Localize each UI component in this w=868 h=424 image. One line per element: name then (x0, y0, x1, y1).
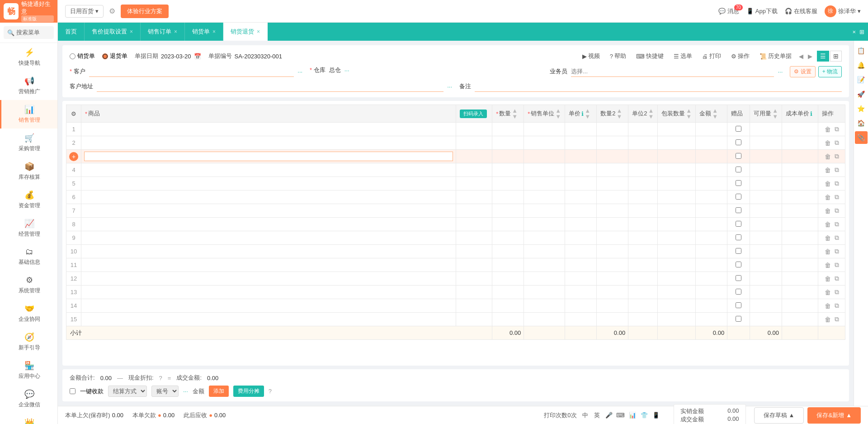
nav-selector[interactable]: 日用百货 ▾ (65, 5, 104, 18)
one-click-payment-checkbox[interactable] (70, 388, 75, 394)
row9-delete-btn[interactable]: 🗑 (824, 233, 832, 243)
t-icon-1[interactable]: 中 (580, 410, 590, 420)
row13-gift-checkbox[interactable] (736, 289, 741, 295)
row7-gift-checkbox[interactable] (736, 207, 741, 213)
row2-product[interactable] (81, 136, 456, 150)
t-icon-6[interactable]: 👕 (639, 410, 649, 420)
avail-sort-arrows[interactable]: ▲▼ (772, 108, 778, 119)
row4-qty2[interactable] (597, 163, 628, 177)
sidebar-system[interactable]: ⚙ 系统管理 (0, 271, 57, 299)
row3-delete-btn[interactable]: 🗑 (824, 152, 832, 161)
row13-copy-btn[interactable]: ⧉ (834, 287, 840, 297)
row15-delete-btn[interactable]: 🗑 (824, 315, 832, 324)
address-input[interactable] (97, 81, 443, 92)
shortcut-btn[interactable]: ⌨ 快捷键 (633, 51, 666, 62)
row14-gift-checkbox[interactable] (736, 302, 741, 308)
t-icon-2[interactable]: 英 (592, 410, 602, 420)
salesperson-input[interactable] (571, 66, 774, 77)
scan-btn[interactable]: 扫码录入 (460, 110, 487, 118)
tab-sales-order-close[interactable]: × (174, 29, 177, 35)
row2-copy-btn[interactable]: ⧉ (834, 138, 840, 148)
right-toolbar-btn-6[interactable]: 🏠 (855, 117, 868, 129)
row5-product[interactable] (81, 177, 456, 191)
sidebar-basic[interactable]: 🗂 基础信息 (0, 243, 57, 271)
tab-price-settings-close[interactable]: × (130, 29, 133, 35)
row4-package-qty[interactable] (658, 163, 696, 177)
row10-copy-btn[interactable]: ⧉ (834, 247, 840, 256)
row1-amount[interactable] (696, 123, 727, 136)
sidebar-wechat[interactable]: 💬 企业微信 (0, 385, 57, 413)
row4-copy-btn[interactable]: ⧉ (834, 165, 840, 175)
account-dots[interactable]: ··· (183, 388, 188, 395)
right-toolbar-btn-7[interactable]: 📎 (855, 131, 868, 144)
row1-cost-price[interactable] (782, 123, 818, 136)
row6-copy-btn[interactable]: ⧉ (834, 192, 840, 202)
sidebar-finance[interactable]: 💰 资金管理 (0, 186, 57, 214)
operation-btn[interactable]: ⚙ 操作 (728, 51, 752, 62)
row4-cost-price[interactable] (782, 163, 818, 177)
th-scan[interactable]: 扫码录入 (456, 105, 492, 123)
row11-gift-checkbox[interactable] (736, 262, 741, 267)
row8-delete-btn[interactable]: 🗑 (824, 220, 832, 229)
sales-radio-input[interactable] (70, 53, 75, 59)
row4-amount[interactable] (696, 163, 727, 177)
row1-quantity[interactable] (492, 123, 524, 136)
help-btn[interactable]: ? 帮助 (607, 51, 629, 62)
row3-quantity[interactable] (492, 150, 524, 163)
cost-price-help-icon[interactable]: ℹ (810, 110, 812, 117)
logistics-btn[interactable]: + 物流 (818, 66, 842, 77)
calendar-icon[interactable]: 📅 (194, 53, 201, 60)
expand-icon[interactable]: ⊞ (859, 29, 864, 35)
tab-sales-order[interactable]: 销售订单 × (141, 23, 185, 41)
next-btn[interactable]: ▶ (808, 53, 812, 60)
row2-unit-price[interactable] (565, 136, 597, 150)
row2-package-qty[interactable] (658, 136, 696, 150)
row6-gift-checkbox[interactable] (736, 194, 741, 200)
t-icon-7[interactable]: 📱 (651, 410, 661, 420)
row4-quantity[interactable] (492, 163, 524, 177)
row8-gift-checkbox[interactable] (736, 221, 741, 227)
tab-sales-return[interactable]: 销货退货 × (223, 23, 268, 41)
row11-copy-btn[interactable]: ⧉ (834, 260, 840, 270)
row1-gift-checkbox[interactable] (736, 126, 741, 132)
row3-copy-btn[interactable]: ⧉ (834, 152, 840, 161)
row12-copy-btn[interactable]: ⧉ (834, 274, 840, 283)
row3-cost-price[interactable] (782, 150, 818, 163)
row14-copy-btn[interactable]: ⧉ (834, 301, 840, 310)
row12-delete-btn[interactable]: 🗑 (824, 274, 832, 283)
row2-amount[interactable] (696, 136, 727, 150)
sidebar-operation[interactable]: 📈 经营管理 (0, 214, 57, 243)
account-num-select[interactable]: 账号 (151, 386, 179, 397)
row1-unit-price[interactable] (565, 123, 597, 136)
sidebar-quick-nav[interactable]: ⚡ 快捷导航 (0, 43, 57, 71)
row1-unit2[interactable] (628, 123, 658, 136)
row3-product-input[interactable] (84, 152, 453, 161)
row9-copy-btn[interactable]: ⧉ (834, 233, 840, 243)
row3-product[interactable] (81, 150, 456, 163)
row2-qty2[interactable] (597, 136, 628, 150)
sidebar-member[interactable]: 👑 畅会员 (0, 413, 57, 424)
row1-gift[interactable] (727, 123, 750, 136)
row2-unit2[interactable] (628, 136, 658, 150)
row1-copy-btn[interactable]: ⧉ (834, 124, 840, 134)
sidebar-marketing[interactable]: 📢 营销推广 (0, 71, 57, 100)
row6-delete-btn[interactable]: 🗑 (824, 193, 832, 202)
search-menu-button[interactable]: 🔍 搜索菜单 (4, 26, 54, 39)
video-btn[interactable]: ▶ 视频 (580, 51, 603, 62)
right-toolbar-btn-4[interactable]: 🚀 (855, 88, 868, 100)
list-view-btn[interactable]: ☰ (817, 51, 829, 62)
unit2-sort-arrows[interactable]: ▲▼ (648, 108, 654, 119)
message-btn[interactable]: 💬 消息 70 (718, 7, 739, 15)
row3-unit2[interactable] (628, 150, 658, 163)
select-btn[interactable]: ☰ 选单 (671, 51, 695, 62)
right-toolbar-btn-1[interactable]: 📋 (855, 44, 868, 57)
row5-gift-checkbox[interactable] (736, 180, 741, 186)
row1-qty2[interactable] (597, 123, 628, 136)
trial-btn[interactable]: 体验行业方案 (121, 5, 169, 18)
t-icon-4[interactable]: ⌨ (616, 410, 626, 420)
row9-gift-checkbox[interactable] (736, 234, 741, 240)
grid-view-btn[interactable]: ⊞ (830, 51, 842, 62)
row5-delete-btn[interactable]: 🗑 (824, 179, 832, 188)
row1-package-qty[interactable] (658, 123, 696, 136)
row3-available[interactable] (750, 150, 782, 163)
